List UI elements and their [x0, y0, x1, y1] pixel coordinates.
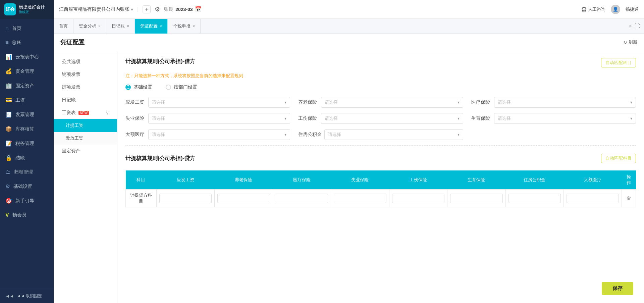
sidebar-item-assets[interactable]: 🏢 固定资产 — [0, 79, 54, 93]
credit-section-title: 计提核算规则(公司承担)-贷方 — [125, 155, 195, 162]
tab-voucher[interactable]: 凭证配置 × — [135, 19, 168, 34]
tab-voucher-close[interactable]: × — [160, 24, 162, 29]
topbar-right: 🎧 人工咨询 👤 畅捷通 — [581, 5, 639, 14]
topbar: 江西服宝精品有限责任公司内账张 ▾ | + ⚙ 账期 2023-03 📅 🎧 人… — [54, 0, 644, 19]
tab-home[interactable]: 首页 — [54, 19, 73, 34]
home-icon: ⌂ — [5, 26, 9, 32]
page-header: 凭证配置 ↻ 刷新 — [54, 34, 644, 51]
select-dayly-arrow: ▾ — [284, 132, 286, 137]
sidebar-item-archive[interactable]: 🗂 归档管理 — [0, 165, 54, 179]
label-ylbx: 养老保险 — [298, 99, 318, 105]
tab-tax[interactable]: 个税申报 × — [168, 19, 201, 34]
select-yfgz-arrow: ▾ — [284, 100, 286, 105]
refresh-button[interactable]: ↻ 刷新 — [624, 39, 637, 45]
settings-gear-button[interactable]: ⚙ — [155, 6, 160, 13]
select-sybx[interactable]: 请选择 ▾ — [148, 113, 290, 124]
menu-item-salary-calc[interactable]: 计提工资 — [54, 119, 117, 132]
td-zfgjj-input — [505, 190, 564, 207]
username-label[interactable]: 畅捷通 — [626, 6, 639, 12]
form-item-ylbx2: 医疗保险 请选择 ▾ — [471, 97, 636, 108]
save-button[interactable]: 保存 — [602, 282, 633, 295]
sidebar-item-tax[interactable]: 📝 税务管理 — [0, 136, 54, 151]
menu-group-salary-header[interactable]: 工资表 NEW ∨ — [54, 106, 117, 119]
sidebar-item-home[interactable]: ⌂ 首页 — [0, 21, 54, 36]
th-sybx: 失业保险 — [331, 170, 389, 190]
input-ylbx[interactable] — [217, 194, 270, 203]
sidebar-item-member[interactable]: V 畅会员 — [0, 208, 54, 222]
sidebar-pin-toggle[interactable]: ◄◄ ◄◄ 取消固定 — [0, 289, 54, 303]
sidebar-item-settings[interactable]: ⚙ 基础设置 — [0, 179, 54, 194]
menu-item-public[interactable]: 公共选项 — [54, 55, 117, 68]
form-item-sybx2: 生育保险 请选择 ▾ — [471, 113, 636, 124]
input-ylbx2[interactable] — [276, 194, 328, 203]
menu-item-sales[interactable]: 销项发票 — [54, 68, 117, 81]
select-sybx-arrow: ▾ — [284, 116, 286, 121]
label-ylbx2: 医疗保险 — [471, 99, 491, 105]
settings-icon: ⚙ — [5, 183, 10, 190]
td-yfgz-input — [156, 190, 214, 207]
pin-icon: ◄◄ — [5, 294, 14, 299]
radio-dept[interactable]: 按部门设置 — [166, 84, 197, 90]
app-name: 畅捷通好会计 — [19, 4, 45, 10]
select-yfgz[interactable]: 请选择 ▾ — [148, 97, 290, 108]
sidebar-item-inventory[interactable]: 📦 库存核算 — [0, 122, 54, 136]
tab-capital[interactable]: 资金分析 × — [73, 19, 106, 34]
td-ylbx-input — [215, 190, 273, 207]
menu-item-salary-pay[interactable]: 发放工资 — [54, 132, 117, 145]
td-dayly-input — [564, 190, 622, 207]
sidebar-item-ledger[interactable]: ≡ 总账 — [0, 36, 54, 50]
sidebar-item-invoice[interactable]: 🧾 发票管理 — [0, 107, 54, 122]
th-zfgjj: 住房公积金 — [505, 170, 564, 190]
debit-auto-match-button[interactable]: 自动匹配科目 — [601, 58, 636, 67]
select-ylbx2-arrow: ▾ — [630, 100, 632, 105]
input-dayly[interactable] — [567, 194, 619, 203]
debit-section-note: 注：只能选择一种方式，系统将按照您当前的选择来配置规则 — [125, 73, 636, 79]
form-item-sybx: 失业保险 请选择 ▾ — [125, 113, 290, 124]
tab-tax-close[interactable]: × — [193, 24, 195, 29]
sidebar-item-salary[interactable]: 💳 工资 — [0, 93, 54, 107]
close-all-icon[interactable]: × — [629, 23, 632, 29]
input-sybx2[interactable] — [450, 194, 502, 203]
menu-item-purchase[interactable]: 进项发票 — [54, 81, 117, 94]
tabbar: 首页 资金分析 × 日记账 × 凭证配置 × 个税申报 × × ⛶ — [54, 19, 644, 34]
tab-journal[interactable]: 日记账 × — [106, 19, 135, 34]
credit-auto-match-button[interactable]: 自动匹配科目 — [601, 154, 636, 163]
delete-row-button[interactable]: 🗑 — [627, 196, 631, 201]
page-content: 凭证配置 ↻ 刷新 公共选项 销项发票 进项发票 日记账 工资表 NEW — [54, 34, 644, 303]
add-account-button[interactable]: + — [143, 5, 151, 13]
sidebar-item-close[interactable]: 🔒 结账 — [0, 151, 54, 165]
sidebar-item-reports[interactable]: 📊 云报表中心 — [0, 50, 54, 64]
credit-table: 科目 应发工资 养老保险 医疗保险 失业保险 工伤保险 生育保险 住房公积金 大… — [125, 170, 636, 207]
expand-icon[interactable]: ⛶ — [635, 23, 640, 29]
label-zfgjj: 住房公积金 — [298, 132, 322, 138]
customer-service-button[interactable]: 🎧 人工咨询 — [581, 6, 605, 12]
select-dayly[interactable]: 请选择 ▾ — [148, 129, 290, 140]
input-gsbx[interactable] — [392, 194, 444, 203]
td-sybx2-input — [447, 190, 505, 207]
radio-group: 基础设置 按部门设置 — [125, 84, 636, 90]
form-item-zfgjj: 住房公积金 请选择 ▾ — [298, 129, 463, 140]
input-sybx[interactable] — [334, 194, 386, 203]
select-sybx2[interactable]: 请选择 ▾ — [494, 113, 636, 124]
table-row: 计提贷方科目 🗑 — [126, 190, 636, 207]
input-zfgjj[interactable] — [508, 194, 561, 203]
archive-icon: 🗂 — [5, 169, 11, 175]
tab-journal-close[interactable]: × — [127, 24, 129, 29]
select-zfgjj[interactable]: 请选择 ▾ — [324, 129, 463, 140]
chevron-down-icon: ∨ — [106, 110, 109, 115]
select-ylbx2[interactable]: 请选择 ▾ — [494, 97, 636, 108]
tab-capital-close[interactable]: × — [98, 24, 101, 29]
sidebar-item-capital[interactable]: 💰 资金管理 — [0, 64, 54, 79]
refresh-icon: ↻ — [624, 40, 627, 45]
period-selector[interactable]: 账期 2023-03 📅 — [164, 6, 201, 12]
menu-item-fixed-assets[interactable]: 固定资产 — [54, 145, 117, 157]
select-ylbx[interactable]: 请选择 ▾ — [321, 97, 463, 108]
input-yfgz[interactable] — [159, 194, 212, 203]
company-selector[interactable]: 江西服宝精品有限责任公司内账张 ▾ — [59, 6, 133, 12]
select-gsbx[interactable]: 请选择 ▾ — [321, 113, 463, 124]
label-sybx2: 生育保险 — [471, 115, 491, 121]
sidebar-item-guide[interactable]: 🎯 新手引导 — [0, 194, 54, 208]
menu-item-journal[interactable]: 日记账 — [54, 94, 117, 106]
label-gsbx: 工伤保险 — [298, 115, 318, 121]
radio-basic[interactable]: 基础设置 — [125, 84, 152, 90]
